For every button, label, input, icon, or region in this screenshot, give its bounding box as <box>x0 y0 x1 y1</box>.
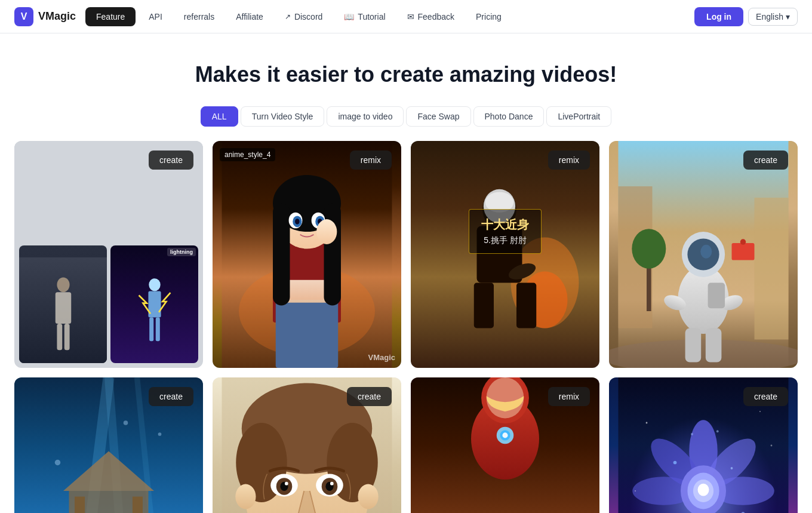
card-3-text-line2: 5.挑手 肘肘 <box>481 235 529 246</box>
card-3-remix-button[interactable]: remix <box>548 150 590 170</box>
svg-point-51 <box>740 239 746 245</box>
book-icon: 📖 <box>344 12 354 21</box>
card-5: create <box>14 377 203 513</box>
lang-label: English <box>756 12 783 21</box>
svg-rect-47 <box>708 283 725 309</box>
card-2-watermark: VMagic <box>368 353 395 362</box>
tutorial-link[interactable]: 📖 Tutorial <box>336 7 393 26</box>
svg-rect-1 <box>55 292 70 324</box>
logo-icon: V <box>14 7 33 26</box>
filter-tab-face-swap[interactable]: Face Swap <box>406 106 470 127</box>
svg-point-24 <box>316 219 337 244</box>
discord-link[interactable]: ↗ Discord <box>276 7 331 26</box>
anime-girl <box>213 141 401 368</box>
pricing-link[interactable]: Pricing <box>467 7 510 26</box>
svg-point-67 <box>158 432 162 436</box>
svg-rect-7 <box>155 317 159 341</box>
svg-point-4 <box>149 278 160 291</box>
hero-title: Makes it easier to create amazing videos… <box>14 62 798 87</box>
card-4: create <box>609 141 798 368</box>
brand-logo[interactable]: V VMagic <box>14 7 76 26</box>
card-2: anime_style_4 remix VMagic <box>213 141 401 368</box>
card-2-style-label: anime_style_4 <box>220 148 275 161</box>
login-button[interactable]: Log in <box>694 7 743 26</box>
svg-rect-31 <box>516 283 536 328</box>
filter-tab-image-to-video[interactable]: image to video <box>327 106 404 127</box>
card-3-text-line1: 十大近身 <box>481 217 529 233</box>
svg-point-115 <box>731 467 733 469</box>
svg-rect-30 <box>474 283 494 328</box>
chevron-down-icon: ▾ <box>786 12 790 21</box>
svg-point-76 <box>235 484 256 509</box>
svg-rect-3 <box>64 324 69 350</box>
svg-rect-46 <box>706 328 722 363</box>
person-silhouette <box>36 269 89 363</box>
svg-point-38 <box>609 340 798 368</box>
card-3: 十大近身 5.挑手 肘肘 remix <box>411 141 599 368</box>
content-grid: create lightning <box>0 141 812 513</box>
astronaut-scene <box>609 141 798 368</box>
svg-point-49 <box>632 229 666 269</box>
svg-rect-13 <box>287 280 327 303</box>
svg-point-68 <box>124 420 128 425</box>
svg-point-119 <box>716 430 719 432</box>
svg-rect-58 <box>75 497 85 514</box>
svg-point-123 <box>759 411 761 412</box>
lightning-label: lightning <box>167 248 196 256</box>
discord-label: Discord <box>294 12 322 21</box>
svg-point-124 <box>771 445 773 447</box>
hero-section: Makes it easier to create amazing videos… <box>0 33 812 106</box>
card-6-create-button[interactable]: create <box>347 387 392 406</box>
svg-rect-6 <box>149 317 153 341</box>
card-8-create-button[interactable]: create <box>743 387 788 406</box>
svg-point-84 <box>285 482 288 486</box>
svg-point-85 <box>330 482 334 486</box>
svg-rect-12 <box>276 300 339 368</box>
card-1: create lightning <box>14 141 203 368</box>
svg-point-90 <box>502 432 508 438</box>
card-4-create-button[interactable]: create <box>743 150 788 170</box>
svg-point-125 <box>635 490 636 492</box>
card-3-image <box>411 141 599 368</box>
fight-scene <box>411 141 599 368</box>
svg-point-0 <box>57 277 69 292</box>
svg-point-113 <box>698 484 709 496</box>
language-selector[interactable]: English ▾ <box>748 8 798 26</box>
feedback-label: Feedback <box>418 12 454 21</box>
card-8: create <box>609 377 798 513</box>
api-label: API <box>149 12 162 21</box>
svg-rect-2 <box>57 324 62 350</box>
svg-point-22 <box>295 219 300 225</box>
filter-tab-photo-dance[interactable]: Photo Dance <box>473 106 545 127</box>
feedback-link[interactable]: ✉ Feedback <box>399 7 463 26</box>
filter-tab-all[interactable]: ALL <box>201 106 238 127</box>
pricing-label: Pricing <box>476 12 502 21</box>
card-1-create-button[interactable]: create <box>149 150 193 170</box>
svg-rect-50 <box>732 243 755 260</box>
feature-button[interactable]: Feature <box>85 7 136 26</box>
svg-rect-59 <box>133 497 143 514</box>
referrals-label: referrals <box>184 12 214 21</box>
card-1-thumb-right: lightning <box>110 245 198 363</box>
card-7: remix <box>411 377 599 513</box>
filter-tab-liveportrait[interactable]: LivePortrait <box>546 106 611 127</box>
card-7-remix-button[interactable]: remix <box>548 387 590 406</box>
filter-tab-turn-video[interactable]: Turn Video Style <box>241 106 325 127</box>
affiliate-link[interactable]: Affiliate <box>227 7 272 26</box>
svg-point-77 <box>358 484 379 509</box>
tutorial-label: Tutorial <box>358 12 385 21</box>
card-1-thumb-left <box>19 245 107 363</box>
external-link-icon: ↗ <box>285 13 291 21</box>
mail-icon: ✉ <box>407 12 414 21</box>
card-2-remix-button[interactable]: remix <box>350 150 392 170</box>
navbar: V VMagic Feature API referrals Affiliate… <box>0 0 812 33</box>
svg-rect-45 <box>685 328 702 363</box>
card-6: create <box>213 377 401 513</box>
svg-point-42 <box>700 245 712 259</box>
svg-rect-16 <box>273 204 290 306</box>
card-2-image <box>213 141 401 368</box>
card-5-create-button[interactable]: create <box>149 387 193 406</box>
svg-point-92 <box>487 377 524 418</box>
referrals-link[interactable]: referrals <box>176 7 223 26</box>
api-link[interactable]: API <box>140 7 171 26</box>
